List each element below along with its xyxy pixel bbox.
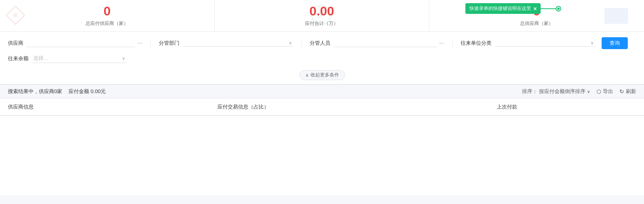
collapse-bar[interactable]: ∧ 收起更多条件 (8, 68, 636, 84)
stats-bar: 米 0 总应付供应商（家） 米 0.00 应付合计（ (0, 0, 644, 32)
data-table: 供应商信息 应付交易信息（占比） 上次付款 (0, 99, 644, 195)
collapse-label: 收起更多条件 (311, 72, 339, 78)
filter-row-2: 往来余额 选择... ∨ (8, 54, 636, 63)
supplier-more-icon[interactable]: ··· (137, 40, 143, 47)
column-supplier-info: 供应商信息 (8, 103, 217, 111)
filter-person: 分管人员 ··· (310, 39, 444, 47)
person-label: 分管人员 (310, 40, 330, 47)
balance-value: 选择... (33, 55, 122, 62)
refresh-label: 刷新 (626, 88, 636, 95)
balance-dropdown-icon: ∨ (122, 56, 125, 61)
table-body (0, 116, 644, 195)
search-filters-area: 供应商 ··· 分管部门 ∨ 分管人员 ··· (0, 32, 644, 84)
payable-suppliers-number: 0 (104, 4, 111, 18)
tooltip-close-icon[interactable]: × (533, 6, 537, 12)
results-actions: 排序： 按应付会额倒序排序 ∨ ⬡ 导出 ↻ 刷新 (522, 88, 636, 95)
balance-label: 往来余额 (8, 55, 29, 62)
divider-1 (151, 39, 151, 47)
refresh-icon: ↻ (619, 88, 624, 95)
shortcut-tooltip: 快速录单的快捷键说明在这里 × (465, 3, 560, 14)
person-input[interactable] (333, 39, 437, 47)
filter-department: 分管部门 ∨ (159, 40, 293, 47)
sort-label: 排序： (522, 88, 537, 95)
divider-3 (452, 39, 453, 47)
collapse-arrow-icon: ∧ (305, 72, 309, 78)
department-dropdown-icon: ∨ (289, 40, 292, 46)
filter-category: 往来单位分类 ∨ (461, 40, 595, 47)
export-icon: ⬡ (596, 88, 601, 95)
category-dropdown-icon: ∨ (591, 40, 594, 46)
results-info-text: 搜索结果中，供应商0家 (8, 88, 62, 95)
department-select[interactable]: ∨ (183, 40, 293, 47)
department-label: 分管部门 (159, 40, 179, 47)
svg-text:米: 米 (318, 11, 325, 19)
total-suppliers-label: 总供应商（家） (520, 20, 553, 27)
results-amount-text: 应付金额 0.00元 (69, 88, 106, 95)
sort-dropdown[interactable]: 排序： 按应付会额倒序排序 ∨ (522, 88, 590, 95)
column-payable-transaction: 应付交易信息（占比） (217, 103, 497, 111)
tooltip-text: 快速录单的快捷键说明在这里 (469, 5, 531, 12)
refresh-button[interactable]: ↻ 刷新 (619, 88, 636, 95)
supplier-input[interactable] (27, 39, 135, 47)
filter-balance: 往来余额 选择... ∨ (8, 54, 127, 63)
supplier-label: 供应商 (8, 40, 23, 47)
divider-2 (301, 39, 302, 47)
filter-supplier: 供应商 ··· (8, 39, 143, 47)
column-last-payment: 上次付款 (497, 103, 636, 111)
results-bar: 搜索结果中，供应商0家 应付金额 0.00元 排序： 按应付会额倒序排序 ∨ ⬡… (0, 84, 644, 99)
category-select[interactable]: ∨ (495, 40, 595, 47)
table-header: 供应商信息 应付交易信息（占比） 上次付款 (0, 99, 644, 116)
export-button[interactable]: ⬡ 导出 (596, 88, 613, 95)
collapse-button[interactable]: ∧ 收起更多条件 (299, 70, 345, 80)
filter-row-1: 供应商 ··· 分管部门 ∨ 分管人员 ··· (8, 37, 636, 49)
stat-card3-icon (604, 8, 628, 24)
stat-card-total-suppliers: 快速录单的快捷键说明在这里 × 0 总供应商（家） (429, 0, 644, 31)
person-more-icon[interactable]: ··· (439, 40, 444, 47)
stat-card-payable-suppliers: 米 0 总应付供应商（家） (0, 0, 215, 31)
sort-arrow-icon: ∨ (587, 89, 590, 94)
category-label: 往来单位分类 (461, 40, 492, 47)
export-label: 导出 (603, 88, 613, 95)
svg-text:米: 米 (12, 12, 19, 18)
query-button[interactable]: 查询 (602, 37, 628, 49)
balance-select[interactable]: 选择... ∨ (32, 54, 127, 63)
stat-card-payable-total: 米 0.00 应付合计（万） (215, 0, 429, 31)
sort-value: 按应付会额倒序排序 (539, 88, 585, 95)
payable-suppliers-label: 总应付供应商（家） (86, 20, 128, 27)
